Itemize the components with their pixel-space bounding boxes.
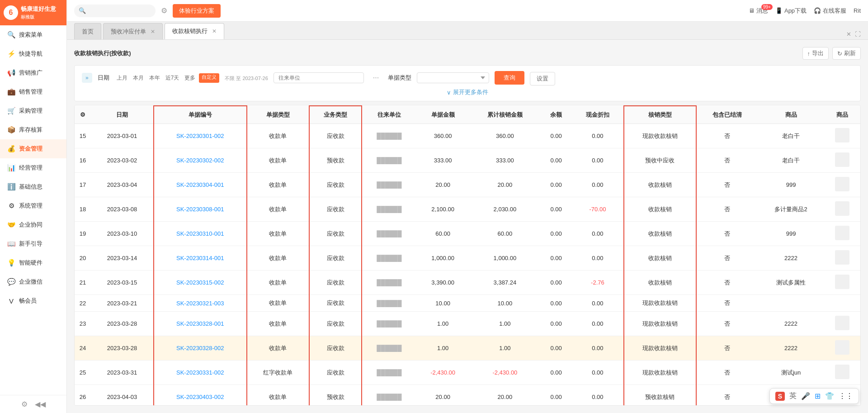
doc-no-link[interactable]: SK-20230308-001 (176, 206, 224, 213)
sidebar-item-搜索菜单[interactable]: 🔍 搜索菜单 (0, 25, 66, 44)
ime-apps-icon[interactable]: ⋮⋮ (839, 392, 853, 400)
cell-seq: 19 (75, 222, 91, 246)
app-download-btn[interactable]: 📱 App下载 (775, 7, 807, 15)
cell-goods: 老白干 (758, 148, 824, 173)
sidebar-item-企业微信[interactable]: 💬 企业微信 (0, 272, 66, 291)
doc-no-link[interactable]: SK-20230328-002 (176, 345, 224, 351)
topbar-search-box[interactable]: 🔍 (74, 5, 156, 17)
cell-verified: 3,387.24 (470, 271, 540, 295)
cell-discount: 0.00 (572, 336, 624, 361)
cell-verified: -2,430.00 (470, 361, 540, 385)
cell-doc-type: 收款单 (247, 148, 309, 173)
maximize-icon[interactable]: ⛶ (855, 31, 861, 38)
tab-close-1[interactable]: ✕ (151, 28, 155, 35)
cell-doc-no: SK-20230403-002 (154, 385, 247, 406)
collapse-icon[interactable]: ◀◀ (35, 400, 46, 408)
cell-discount: -2.76 (572, 271, 624, 295)
settings-bottom-icon[interactable]: ⚙ (21, 400, 28, 408)
sidebar-item-销售管理[interactable]: 💼 销售管理 (0, 82, 66, 101)
goods-image (835, 250, 849, 265)
cell-date: 2023-03-28 (91, 336, 154, 361)
doc-no-link[interactable]: SK-20230314-001 (176, 255, 224, 261)
sidebar-item-智能硬件[interactable]: 💡 智能硬件 (0, 253, 66, 272)
sidebar-item-营销推广[interactable]: 📢 营销推广 (0, 63, 66, 82)
tab-1[interactable]: 预收冲应付单✕ (103, 23, 163, 39)
cell-partner: ██████ (362, 336, 416, 361)
sidebar-item-库存核算[interactable]: 📦 库存核算 (0, 120, 66, 139)
cell-verified: 60.00 (470, 222, 540, 246)
doc-no-link[interactable]: SK-20230331-002 (176, 369, 224, 376)
sidebar-item-企业协同[interactable]: 🤝 企业协同 (0, 215, 66, 234)
cell-settled: 否 (696, 222, 758, 246)
col-verify-type: 核销类型 (624, 106, 696, 124)
query-btn[interactable]: 查询 (495, 71, 524, 85)
more-date-btn[interactable]: 更多 (183, 73, 197, 83)
sidebar-icon-5: 📦 (7, 126, 15, 134)
cell-doc-type: 收款单 (247, 295, 309, 312)
tab-close-2[interactable]: ✕ (212, 28, 217, 34)
cell-verify-type: 收款核销 (624, 271, 696, 295)
doc-no-link[interactable]: SK-20230328-001 (176, 320, 224, 327)
ime-lang-icon[interactable]: 英 (789, 391, 797, 401)
doc-no-link[interactable]: SK-20230403-002 (176, 394, 224, 400)
ime-shirt-icon[interactable]: 👕 (825, 392, 834, 400)
this-month-btn[interactable]: 本月 (131, 73, 146, 83)
sidebar-item-系统管理[interactable]: ⚙ 系统管理 (0, 196, 66, 215)
industry-solution-btn[interactable]: 体验行业方案 (173, 4, 221, 18)
online-service-btn[interactable]: 🎧 在线客服 (814, 7, 846, 15)
doc-no-link[interactable]: SK-20230310-001 (176, 230, 224, 237)
receipt-type-select[interactable] (417, 72, 489, 83)
settings-btn[interactable]: 设置 (530, 72, 555, 85)
cell-doc-no: SK-20230328-001 (154, 312, 247, 336)
custom-date-btn[interactable]: 自定义 (199, 73, 219, 83)
cell-verify-type: 现款收款核销 (624, 295, 696, 312)
doc-no-link[interactable]: SK-20230301-002 (176, 133, 224, 139)
search-icon: 🔍 (79, 7, 86, 14)
sidebar-item-基础信息[interactable]: ℹ️ 基础信息 (0, 177, 66, 196)
goods-image (835, 177, 849, 191)
last-7-days-btn[interactable]: 近7天 (164, 73, 181, 83)
doc-no-link[interactable]: SK-20230315-002 (176, 279, 224, 286)
table-row: 17 2023-03-04 SK-20230304-001 收款单 应收款 ██… (75, 173, 860, 197)
user-avatar[interactable]: Rit (854, 7, 861, 14)
cell-goods-img (824, 124, 860, 148)
expand-conditions-row[interactable]: ∨ 展开更多条件 (82, 88, 853, 96)
doc-no-link[interactable]: SK-20230304-001 (176, 181, 224, 188)
page-title-actions: ↑ 导出 ↻ 刷新 (802, 47, 861, 60)
cell-doc-type: 红字收款单 (247, 361, 309, 385)
sidebar-item-新手引导[interactable]: 📖 新手引导 (0, 234, 66, 253)
cell-date: 2023-03-31 (91, 361, 154, 385)
this-year-btn[interactable]: 本年 (147, 73, 162, 83)
cell-settled: 否 (696, 173, 758, 197)
cell-verify-type: 收款核销 (624, 222, 696, 246)
filter-expand-icon[interactable]: » (82, 73, 92, 83)
close-all-icon[interactable]: ✕ (846, 31, 851, 38)
messages-btn[interactable]: 🖥 消息 99+ (749, 7, 768, 15)
sidebar-item-快捷导航[interactable]: ⚡ 快捷导航 (0, 44, 66, 63)
export-btn[interactable]: ↑ 导出 (802, 47, 829, 60)
sidebar-label-11: 新手引导 (19, 240, 42, 248)
topbar-settings-icon[interactable]: ⚙ (161, 6, 167, 15)
ime-mic-icon[interactable]: 🎤 (801, 392, 810, 400)
ime-toolbar[interactable]: S 英 🎤 ⊞ 👕 ⋮⋮ (769, 388, 859, 404)
sidebar-label-14: 畅会员 (19, 297, 37, 305)
tab-2[interactable]: 收款核销执行✕ (165, 23, 224, 39)
table-row: 15 2023-03-01 SK-20230301-002 收款单 应收款 ██… (75, 124, 860, 148)
refresh-btn[interactable]: ↻ 刷新 (832, 47, 861, 60)
ime-grid-icon[interactable]: ⊞ (815, 392, 821, 400)
cell-goods-img (824, 336, 860, 361)
sidebar-label-4: 采购管理 (19, 107, 42, 115)
sidebar-item-采购管理[interactable]: 🛒 采购管理 (0, 101, 66, 120)
sidebar-item-资金管理[interactable]: 💰 资金管理 (0, 139, 66, 158)
last-month-btn[interactable]: 上月 (115, 73, 129, 83)
tab-0[interactable]: 首页 (74, 23, 101, 39)
sidebar-item-经营管理[interactable]: 📊 经营管理 (0, 158, 66, 177)
doc-no-link[interactable]: SK-20230321-003 (176, 300, 224, 307)
partner-input[interactable] (274, 72, 364, 83)
sidebar-item-畅会员[interactable]: V 畅会员 (0, 291, 66, 310)
col-settings[interactable]: ⚙ (75, 106, 91, 124)
cell-goods-img (824, 246, 860, 271)
cell-goods-img (824, 197, 860, 222)
goods-image (835, 340, 849, 355)
doc-no-link[interactable]: SK-20230302-002 (176, 157, 224, 164)
